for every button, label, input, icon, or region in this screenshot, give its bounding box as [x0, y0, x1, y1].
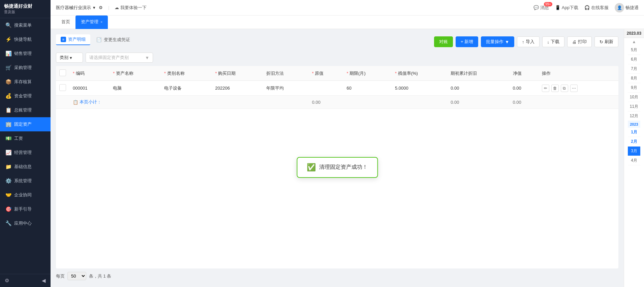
subtab-asset-detail[interactable]: ≡资产明细 [56, 34, 90, 45]
sidebar-item-fixed-assets[interactable]: 🏢固定资产 [0, 117, 51, 131]
sidebar-item-operations[interactable]: 📈经营管理 [0, 146, 51, 160]
subtotal-net-value: 0.00 [510, 96, 539, 109]
tab-close-asset-mgmt[interactable]: × [100, 20, 102, 24]
col-original-value: 原值 [309, 66, 343, 81]
stock-icon: 📦 [5, 79, 11, 85]
subtotal-icon: 📋 [73, 100, 78, 105]
cooperation-icon: 🤝 [5, 192, 11, 198]
subtab-label-asset-detail: 资产明细 [68, 36, 86, 42]
copy-button[interactable]: ⧉ [561, 85, 568, 92]
download-button[interactable]: ↓ 下载 [542, 36, 565, 47]
panel-toggle[interactable]: ◀ [624, 151, 624, 165]
col-period: 期限(月) [343, 66, 392, 81]
experience-button[interactable]: ☁ 我要体验一下 [115, 5, 147, 11]
app-download-button[interactable]: 📱 App下载 [555, 5, 578, 11]
tab-asset-mgmt[interactable]: 资产管理 × [75, 15, 108, 29]
calendar-month-7月[interactable]: 7月 [628, 64, 640, 74]
sidebar-item-guide[interactable]: 🎯新手引导 [0, 202, 51, 216]
sidebar-item-label-operations: 经营管理 [14, 150, 32, 156]
sidebar-item-basic-info[interactable]: 📁基础信息 [0, 160, 51, 174]
new-button[interactable]: + 新增 [456, 36, 478, 47]
calendar-month-11月[interactable]: 11月 [628, 102, 640, 111]
col-depreciation-method: 折旧方法 [263, 66, 308, 81]
sidebar-item-search[interactable]: 🔍搜索菜单 [0, 18, 51, 32]
sidebar-item-cooperation[interactable]: 🤝企业协同 [0, 188, 51, 202]
subtab-change-voucher[interactable]: 📄变更生成凭证 [92, 35, 135, 45]
download-icon: ↓ [547, 39, 550, 44]
settings-icon[interactable]: ⚙ [5, 278, 9, 284]
messages-button[interactable]: 💬 消息 99+ [533, 5, 549, 11]
user-menu[interactable]: 👤 畅捷通 [615, 3, 639, 12]
settings-gear-icon[interactable]: ⚙ [99, 5, 103, 10]
row-period: 60 [343, 81, 392, 96]
batch-dropdown-icon: ▼ [505, 39, 509, 44]
experience-label: 我要体验一下 [120, 5, 147, 11]
calendar-month-2023-2月[interactable]: 2月 [628, 137, 640, 147]
calendar-month-2023-4月[interactable]: 4月 [628, 156, 640, 165]
sidebar-item-quick-nav[interactable]: ⚡快捷导航 [0, 32, 51, 46]
sidebar-item-system[interactable]: ⚙️系统管理 [0, 174, 51, 188]
row-checkbox[interactable] [59, 84, 66, 91]
subtotal-empty-rate [392, 96, 447, 109]
company-selector[interactable]: 医疗器械行业演示 ▾ ⚙ [56, 5, 103, 11]
topbar-right: 💬 消息 99+ 📱 App下载 🎧 在线客服 👤 畅捷通 [533, 3, 639, 12]
print-label: 打印 [578, 39, 587, 45]
sidebar-item-payroll[interactable]: 💵工资 [0, 131, 51, 146]
subtab-bar: ≡资产明细📄变更生成凭证 [56, 34, 135, 45]
select-all-checkbox[interactable] [59, 69, 66, 76]
message-badge: 99+ [544, 2, 552, 6]
edit-button[interactable]: ✏ [542, 85, 549, 92]
sidebar-item-label-purchase: 采购管理 [14, 65, 32, 71]
company-dropdown-icon: ▾ [93, 5, 95, 10]
panel-header: 2023.03 [624, 29, 644, 38]
filter-input-dropdown-icon: ▼ [145, 55, 149, 60]
print-button[interactable]: 🖨 打印 [567, 36, 592, 47]
calendar-month-2023-3月[interactable]: 3月 [628, 147, 640, 156]
subtotal-row: 📋 本页小计： 0.00 0.00 0.00 [56, 96, 618, 109]
success-check-icon: ✅ [307, 163, 316, 172]
calendar-month-6月[interactable]: 6月 [628, 55, 640, 64]
sidebar-item-ledger[interactable]: 📋总账管理 [0, 103, 51, 117]
payroll-icon: 💵 [5, 135, 11, 141]
collapse-icon[interactable]: ◀ [42, 278, 46, 284]
batch-ops-button[interactable]: 批量操作 ▼ [481, 36, 514, 47]
sidebar-item-stock[interactable]: 📦库存核算 [0, 75, 51, 89]
subtab-label-change-voucher: 变更生成凭证 [104, 37, 130, 43]
col-residual-rate: 残值率(%) [392, 66, 447, 81]
row-initial-accumulated: 0.00 [447, 81, 509, 96]
category-input[interactable]: 请选择固定资产类别 ▼ [86, 53, 153, 63]
calendar-up-nav[interactable]: ▲ [632, 38, 637, 45]
sidebar-item-app-center[interactable]: 🔧应用中心 [0, 216, 51, 230]
download-label: 下载 [551, 39, 559, 45]
calendar-month-12月[interactable]: 12月 [628, 111, 640, 121]
sidebar: 畅捷通好业财 普及版 🔍搜索菜单⚡快捷导航📊销售管理🛒采购管理📦库存核算💰资金管… [0, 0, 51, 287]
more-button[interactable]: ⋯ [570, 85, 578, 92]
calendar-month-2023-1月[interactable]: 1月 [628, 128, 640, 137]
online-service-button[interactable]: 🎧 在线客服 [584, 5, 609, 11]
download-icon: 📱 [555, 5, 560, 10]
refresh-button[interactable]: ↻ 刷新 [594, 36, 618, 47]
batch-ops-label: 批量操作 [486, 39, 503, 45]
reconcile-button[interactable]: 对账 [434, 36, 453, 47]
calendar-month-9月[interactable]: 9月 [628, 83, 640, 93]
content-area: ≡资产明细📄变更生成凭证 对账 + 新增 批量操作 ▼ ↑ 导入 ↓ 下载 [51, 29, 644, 287]
category-filter[interactable]: 类别 ▾ [56, 53, 83, 63]
sidebar-item-purchase[interactable]: 🛒采购管理 [0, 61, 51, 75]
row-residual-rate: 5.0000 [392, 81, 447, 96]
capital-icon: 💰 [5, 93, 11, 99]
guide-icon: 🎯 [5, 206, 11, 212]
subtotal-original-value: 0.00 [309, 96, 343, 109]
tab-home[interactable]: 首页 [56, 15, 75, 29]
import-button[interactable]: ↑ 导入 [517, 36, 540, 47]
sidebar-item-sales[interactable]: 📊销售管理 [0, 46, 51, 61]
sidebar-item-capital[interactable]: 💰资金管理 [0, 89, 51, 103]
calendar-month-5月[interactable]: 5月 [628, 45, 640, 55]
row-category: 电子设备 [161, 81, 212, 96]
delete-button[interactable]: 🗑 [551, 85, 559, 92]
calendar-month-10月[interactable]: 10月 [628, 93, 640, 102]
calendar-month-8月[interactable]: 8月 [628, 74, 640, 83]
sidebar-bottom: ⚙ ◀ [0, 274, 51, 287]
company-name: 医疗器械行业演示 [56, 5, 91, 11]
sidebar-logo: 畅捷通好业财 普及版 [0, 0, 51, 18]
per-page-select[interactable]: 50 10 20 100 [67, 272, 86, 280]
